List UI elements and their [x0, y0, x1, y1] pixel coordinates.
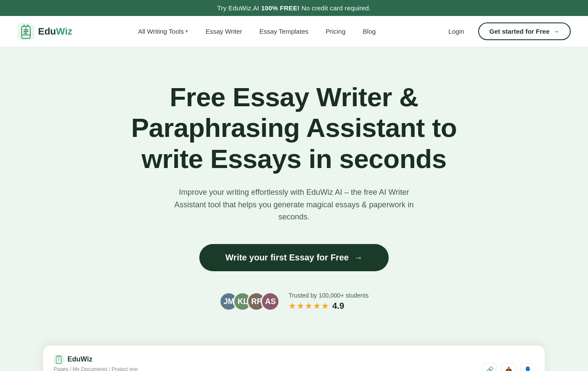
export-button[interactable]: 📤: [502, 363, 515, 371]
share-button[interactable]: 🔗: [483, 363, 496, 371]
rating-number: 4.9: [332, 301, 344, 311]
login-button[interactable]: Login: [441, 24, 471, 38]
app-logo-icon: [54, 354, 64, 365]
avatar-group: JM KL RP AS: [219, 292, 280, 311]
arrow-right-icon: →: [354, 253, 363, 263]
rating-row: ★★★★★ 4.9: [288, 301, 344, 311]
app-breadcrumb: Pages / My Documents / Project one: [54, 366, 138, 371]
get-started-button[interactable]: Get started for Free →: [478, 22, 571, 40]
logo[interactable]: EduWiz: [17, 23, 72, 40]
hero-cta-button[interactable]: Write your first Essay for Free →: [199, 244, 388, 271]
user-icon: 👤: [524, 366, 531, 371]
nav-all-writing-tools[interactable]: All Writing Tools ▾: [131, 24, 195, 38]
hero-title: Free Essay Writer & Paraphrasing Assista…: [130, 82, 458, 174]
announcement-prefix: Try EduWiz.AI: [217, 4, 261, 12]
app-preview-actions: 🔗 📤 👤: [483, 363, 534, 371]
main-nav: All Writing Tools ▾ Essay Writer Essay T…: [131, 24, 383, 38]
share-icon: 🔗: [486, 366, 493, 371]
nav-essay-writer[interactable]: Essay Writer: [198, 24, 249, 38]
trusted-text: Trusted by 100,000+ students: [288, 292, 368, 299]
header: EduWiz All Writing Tools ▾ Essay Writer: [0, 16, 588, 47]
app-preview-header: EduWiz Pages / My Documents / Project on…: [54, 354, 534, 371]
app-preview-logo: EduWiz: [54, 354, 138, 365]
star-icons: ★★★★★: [288, 301, 329, 311]
user-button[interactable]: 👤: [521, 363, 534, 371]
announcement-bar: Try EduWiz.AI 100% FREE! No credit card …: [0, 0, 588, 16]
nav-actions: Login Get started for Free →: [441, 22, 571, 40]
arrow-icon: →: [553, 28, 559, 35]
announcement-suffix: No credit card required.: [300, 4, 371, 12]
book-icon: [17, 23, 35, 40]
trusted-section: JM KL RP AS Trusted by 100,000+ students…: [219, 292, 368, 311]
hero-subtitle: Improve your writing effortlessly with E…: [169, 186, 419, 223]
app-preview-card: EduWiz Pages / My Documents / Project on…: [43, 346, 545, 371]
logo-text: EduWiz: [38, 26, 72, 37]
page-wrapper: EduWiz All Writing Tools ▾ Essay Writer: [0, 16, 588, 371]
export-icon: 📤: [505, 366, 512, 371]
nav-blog[interactable]: Blog: [356, 24, 383, 38]
nav-pricing[interactable]: Pricing: [319, 24, 352, 38]
trusted-info: Trusted by 100,000+ students ★★★★★ 4.9: [288, 292, 368, 311]
avatar: AS: [261, 292, 280, 311]
nav-essay-templates[interactable]: Essay Templates: [252, 24, 315, 38]
announcement-highlight: 100% FREE!: [261, 4, 300, 12]
chevron-down-icon: ▾: [185, 29, 188, 34]
hero-section: Free Essay Writer & Paraphrasing Assista…: [0, 47, 588, 337]
